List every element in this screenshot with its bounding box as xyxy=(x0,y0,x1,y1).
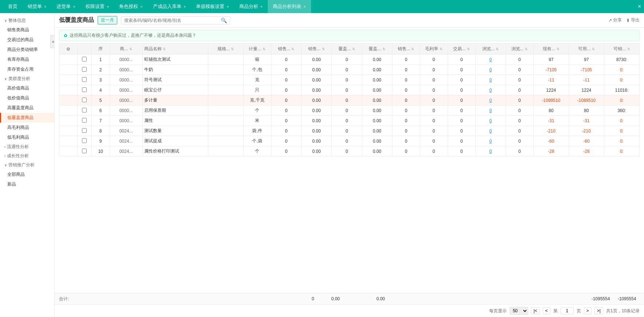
export-button[interactable]: ⬇ 导出 xyxy=(626,17,640,23)
browse2-column-header[interactable]: 浏览... ⇅ xyxy=(506,44,533,55)
sidebar-item-category-rate[interactable]: 商品分类动销率 xyxy=(0,45,54,55)
cover2-cell: 0.00 xyxy=(362,106,392,116)
browse1-cell[interactable]: 0 xyxy=(475,136,506,146)
browse1-cell[interactable]: 0 xyxy=(475,106,506,116)
next-page-button[interactable]: > xyxy=(584,307,592,314)
checkbox-cell[interactable] xyxy=(77,116,91,126)
trade-cell: 0 xyxy=(448,75,475,85)
available-column-header[interactable]: 可用... ⇅ xyxy=(569,44,604,55)
close-all-tabs-button[interactable]: × xyxy=(638,3,641,10)
nav-finished-goods[interactable]: 产成品入库单 × xyxy=(148,0,191,13)
checkbox-cell[interactable] xyxy=(77,126,91,136)
sidebar-item-sales-goods[interactable]: 销售类商品 xyxy=(0,25,54,35)
unit-column-header[interactable]: 计量... ⇅ xyxy=(243,44,271,55)
close-icon[interactable]: × xyxy=(140,4,142,9)
table-row: 6 0000... 启用保质期 个 0 0.00 0 0.00 0 0 0 0 … xyxy=(59,106,640,116)
sidebar-section-overall[interactable]: ∨ 整体信息 xyxy=(0,16,54,25)
sales3-column-header[interactable]: 销售... ⇅ xyxy=(392,44,420,55)
saleable-column-header[interactable]: 可销... ⇅ xyxy=(604,44,639,55)
cover1-column-header[interactable]: 覆盖... ⇅ xyxy=(331,44,362,55)
checkbox-cell[interactable] xyxy=(77,55,91,65)
close-icon[interactable]: × xyxy=(73,4,75,9)
first-page-button[interactable]: |< xyxy=(531,307,540,314)
close-icon[interactable]: × xyxy=(107,4,109,9)
close-icon[interactable]: × xyxy=(227,4,229,9)
browse1-cell[interactable]: 0 xyxy=(475,146,506,156)
nav-permissions[interactable]: 权限设置 × xyxy=(80,0,114,13)
browse1-cell[interactable]: 0 xyxy=(475,126,506,136)
table-row: 4 0000... 眠宝公仔 只 0 0.00 0 0.00 0 0 0 0 0… xyxy=(59,85,640,95)
browse1-column-header[interactable]: 浏览... ⇅ xyxy=(475,44,506,55)
sidebar-item-low-coverage[interactable]: 低覆盖度商品 xyxy=(0,113,54,123)
nav-sales-order[interactable]: 销货单 × xyxy=(23,0,51,13)
browse1-cell[interactable]: 0 xyxy=(475,65,506,75)
sidebar-item-in-stock[interactable]: 有库存商品 xyxy=(0,55,54,64)
browse1-cell[interactable]: 0 xyxy=(475,116,506,126)
name-column-header[interactable]: 商品名称 ⇅ xyxy=(142,44,208,55)
date-filter-button[interactable]: 近一月 xyxy=(98,16,117,24)
browse1-cell[interactable]: 0 xyxy=(475,55,506,65)
trade-column-header[interactable]: 交易... ⇅ xyxy=(448,44,475,55)
current-cell: -60 xyxy=(533,136,569,146)
checkbox-cell[interactable] xyxy=(77,136,91,146)
top-navigation: 首页 销货单 × 进货单 × 权限设置 × 角色授权 × 产成品入库单 × 单据… xyxy=(0,0,644,13)
browse1-cell[interactable]: 0 xyxy=(475,75,506,85)
sidebar-section-circulation[interactable]: › 流通性分析 xyxy=(0,142,54,151)
nav-home[interactable]: 首页 xyxy=(3,0,23,13)
sidebar-item-all-goods[interactable]: 全部商品 xyxy=(0,170,54,179)
checkbox-cell[interactable] xyxy=(77,65,91,75)
spec-column-header[interactable]: 规格... ⇅ xyxy=(208,44,243,55)
page-number-input[interactable] xyxy=(561,307,574,314)
sidebar-item-new-goods[interactable]: 新品 xyxy=(0,179,54,189)
sidebar-item-high-coverage[interactable]: 高覆盖度商品 xyxy=(0,103,54,113)
sales-qty-cell: 0 xyxy=(271,146,301,156)
sidebar-collapse-button[interactable]: « xyxy=(50,35,55,48)
trade-cell: 0 xyxy=(448,65,475,75)
settings-column-header[interactable]: ⚙ xyxy=(59,44,78,55)
checkbox-cell[interactable] xyxy=(77,146,91,156)
trade-cell: 0 xyxy=(448,106,475,116)
sidebar-item-traded-goods[interactable]: 交易过的商品 xyxy=(0,35,54,45)
sort-icon: ⇅ xyxy=(129,47,132,51)
nav-role-auth[interactable]: 角色授权 × xyxy=(114,0,148,13)
nav-product-analysis[interactable]: 商品分析 × xyxy=(234,0,268,13)
sidebar-item-high-margin[interactable]: 高毛利商品 xyxy=(0,123,54,132)
sidebar-section-growth[interactable]: › 成长性分析 xyxy=(0,151,54,161)
sales-qty-cell: 0 xyxy=(271,126,301,136)
share-button[interactable]: ↗ 分享 xyxy=(608,17,622,23)
current-column-header[interactable]: 现有... ⇅ xyxy=(533,44,569,55)
last-page-button[interactable]: >| xyxy=(594,307,603,314)
browse1-cell[interactable]: 0 xyxy=(475,85,506,95)
sales-qty-cell: 0 xyxy=(271,55,301,65)
nav-purchase-order[interactable]: 进货单 × xyxy=(51,0,80,13)
cover2-column-header[interactable]: 覆盖... ⇅ xyxy=(362,44,392,55)
checkbox-cell[interactable] xyxy=(77,106,91,116)
sales-amt-column-header[interactable]: 销售... ⇅ xyxy=(301,44,331,55)
margin-column-header[interactable]: 毛利率 ⇅ xyxy=(420,44,448,55)
close-icon[interactable]: × xyxy=(184,4,186,9)
nav-product-analysis-list[interactable]: 商品分析列表 × xyxy=(268,0,311,13)
search-input[interactable] xyxy=(124,18,221,23)
saleable-cell: 0: xyxy=(604,75,639,85)
checkbox-cell[interactable] xyxy=(77,75,91,85)
cover2-cell: 0.00 xyxy=(362,85,392,95)
sidebar-item-high-value[interactable]: 高价值商品 xyxy=(0,83,54,93)
sidebar-item-stock-fund[interactable]: 库存资金占用 xyxy=(0,64,54,74)
browse1-cell[interactable]: 0 xyxy=(475,95,506,106)
sidebar-section-cluster[interactable]: ∨ 类群度分析 xyxy=(0,74,54,83)
sidebar-item-low-value[interactable]: 低价值商品 xyxy=(0,93,54,103)
sidebar-item-low-margin[interactable]: 低毛利商品 xyxy=(0,132,54,142)
close-icon[interactable]: × xyxy=(44,4,46,9)
prev-page-button[interactable]: < xyxy=(543,307,550,314)
checkbox-cell[interactable] xyxy=(77,95,91,106)
sales-qty-column-header[interactable]: 销售... ⇅ xyxy=(271,44,301,55)
sidebar-section-marketing[interactable]: ∨ 营销推广分析 xyxy=(0,161,54,170)
code-column-header[interactable]: 商... ⇅ xyxy=(110,44,142,55)
search-icon: 🔍 xyxy=(221,17,227,23)
close-icon[interactable]: × xyxy=(303,4,306,9)
close-icon[interactable]: × xyxy=(260,4,263,9)
page-size-select[interactable]: 50 100 xyxy=(510,307,528,315)
checkbox-cell[interactable] xyxy=(77,85,91,95)
nav-template-settings[interactable]: 单据模板设置 × xyxy=(191,0,234,13)
browse2-cell: 0 xyxy=(506,106,533,116)
